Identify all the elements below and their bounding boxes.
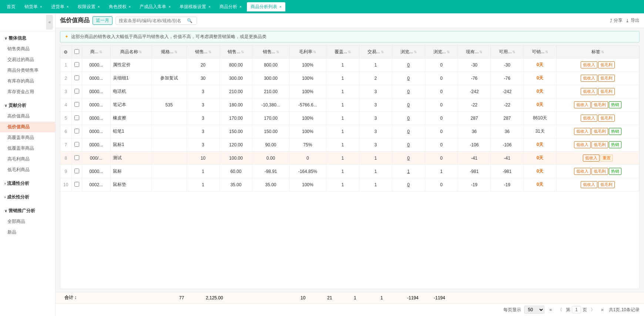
- row-checkbox[interactable]: [74, 155, 79, 160]
- col-checkbox[interactable]: [71, 46, 82, 58]
- row-checkbox-cell[interactable]: [71, 165, 82, 178]
- view1-value[interactable]: 0: [407, 116, 410, 121]
- nav-template[interactable]: 单据模板设置×: [176, 2, 214, 11]
- row-view1[interactable]: 0: [392, 152, 425, 165]
- per-page-select[interactable]: 50 100 200: [524, 306, 544, 314]
- nav-purchase-close[interactable]: ×: [67, 5, 69, 9]
- row-checkbox-cell[interactable]: [71, 138, 82, 152]
- nav-role[interactable]: 角色授权×: [105, 2, 135, 11]
- row-view1[interactable]: 0: [392, 85, 425, 98]
- nav-role-close[interactable]: ×: [129, 5, 131, 9]
- sidebar-item-high-value[interactable]: 高价值商品: [0, 111, 55, 122]
- row-checkbox-cell[interactable]: [71, 112, 82, 125]
- row-checkbox[interactable]: [74, 102, 79, 107]
- row-checkbox[interactable]: [74, 75, 79, 80]
- view1-value[interactable]: 1: [407, 169, 410, 174]
- current-page[interactable]: 1: [572, 306, 581, 313]
- row-view1[interactable]: 0: [392, 98, 425, 112]
- col-settings[interactable]: ⚙: [60, 46, 71, 58]
- row-checkbox-cell[interactable]: [71, 72, 82, 85]
- next-page-btn[interactable]: 〉: [588, 306, 597, 314]
- nav-purchase[interactable]: 进货单×: [47, 2, 73, 11]
- col-sales-profit[interactable]: 销售...⇅: [252, 46, 289, 58]
- row-checkbox[interactable]: [74, 115, 79, 120]
- sidebar-item-high-margin[interactable]: 高毛利商品: [0, 154, 55, 164]
- row-view1[interactable]: 0: [392, 112, 425, 125]
- row-checkbox[interactable]: [74, 142, 79, 147]
- sidebar-item-low-value[interactable]: 低价值商品: [0, 122, 55, 132]
- sidebar-group-marketing[interactable]: ∨ 营销推广分析: [0, 205, 55, 216]
- col-coverage[interactable]: 覆盖...⇅: [326, 46, 359, 58]
- nav-sales-close[interactable]: ×: [40, 5, 42, 9]
- col-view1[interactable]: 浏览...⇅: [392, 46, 425, 58]
- share-btn[interactable]: ⤴ 分享: [610, 17, 623, 24]
- view1-value[interactable]: 0: [407, 76, 410, 81]
- sidebar-group-overview[interactable]: ∨ 整体信息: [0, 33, 55, 44]
- nav-product[interactable]: 产成品入库单×: [136, 2, 174, 11]
- sidebar-item-new-goods[interactable]: 新品: [0, 227, 55, 238]
- first-page-btn[interactable]: «: [547, 306, 554, 313]
- col-code[interactable]: 商...⇅: [82, 46, 110, 58]
- row-checkbox-cell[interactable]: [71, 152, 82, 165]
- row-checkbox-cell[interactable]: [71, 178, 82, 191]
- search-icon[interactable]: 🔍: [187, 18, 192, 23]
- col-available[interactable]: 可用...⇅: [491, 46, 524, 58]
- sidebar-group-flow[interactable]: › 流通性分析: [0, 178, 55, 189]
- view1-value[interactable]: 0: [407, 182, 410, 187]
- view1-value[interactable]: 0: [407, 142, 410, 147]
- sidebar-item-low-margin[interactable]: 低毛利商品: [0, 164, 55, 175]
- row-checkbox[interactable]: [74, 182, 79, 187]
- row-view1[interactable]: 0: [392, 58, 425, 72]
- row-checkbox[interactable]: [74, 169, 79, 173]
- search-input[interactable]: [119, 18, 185, 23]
- view1-value[interactable]: 0: [407, 156, 410, 161]
- sidebar-item-category-sales[interactable]: 商品分类销售率: [0, 65, 55, 76]
- nav-permission-close[interactable]: ×: [98, 5, 100, 9]
- sidebar-item-all-goods[interactable]: 全部商品: [0, 216, 55, 227]
- nav-goods-list[interactable]: 商品分析列表×: [247, 2, 285, 11]
- nav-product-close[interactable]: ×: [168, 5, 171, 9]
- view1-value[interactable]: 0: [407, 89, 410, 94]
- sidebar-item-low-coverage[interactable]: 低覆盖率商品: [0, 143, 55, 154]
- row-view1[interactable]: 0: [392, 178, 425, 191]
- prev-page-btn[interactable]: 〈: [556, 306, 564, 314]
- col-tags[interactable]: 标签⇅: [557, 46, 639, 58]
- col-name[interactable]: 商品名称⇅: [110, 46, 151, 58]
- view1-value[interactable]: 0: [407, 102, 410, 108]
- row-view1[interactable]: 0: [392, 125, 425, 138]
- view1-value[interactable]: 0: [407, 62, 410, 68]
- nav-goods-analysis-close[interactable]: ×: [239, 5, 242, 9]
- nav-goods-list-close[interactable]: ×: [279, 5, 282, 9]
- row-view1[interactable]: 0: [392, 138, 425, 152]
- row-checkbox-cell[interactable]: [71, 125, 82, 138]
- filter-recent-month-btn[interactable]: 近一月: [93, 16, 113, 25]
- sidebar-group-contribution[interactable]: ∨ 贡献分析: [0, 100, 55, 111]
- col-sales-qty[interactable]: 销售...⇅: [187, 46, 219, 58]
- col-spec[interactable]: 规格...⇅: [151, 46, 187, 58]
- view1-value[interactable]: 0: [407, 129, 410, 134]
- col-margin[interactable]: 毛利率⇅: [289, 46, 326, 58]
- nav-template-close[interactable]: ×: [208, 5, 211, 9]
- sidebar-group-growth[interactable]: › 成长性分析: [0, 192, 55, 203]
- row-checkbox[interactable]: [74, 129, 79, 133]
- col-trade[interactable]: 交易...⇅: [359, 46, 392, 58]
- col-sellable[interactable]: 可销...⇅: [524, 46, 557, 58]
- nav-sales[interactable]: 销货单×: [21, 2, 46, 11]
- row-checkbox[interactable]: [74, 89, 79, 94]
- col-sales-amount[interactable]: 销售...⇅: [219, 46, 252, 58]
- sidebar-item-high-coverage[interactable]: 高覆盖率商品: [0, 132, 55, 143]
- sidebar-item-stock-fund[interactable]: 库存资金占用: [0, 86, 55, 97]
- sidebar-collapse-btn[interactable]: «: [46, 15, 53, 30]
- row-checkbox-cell[interactable]: [71, 58, 82, 72]
- row-checkbox-cell[interactable]: [71, 85, 82, 98]
- row-checkbox[interactable]: [74, 62, 79, 67]
- nav-home[interactable]: 首页: [3, 2, 19, 11]
- row-checkbox-cell[interactable]: [71, 98, 82, 112]
- nav-goods-analysis[interactable]: 商品分析×: [216, 2, 245, 11]
- col-current[interactable]: 现有...⇅: [458, 46, 491, 58]
- row-view1[interactable]: 1: [392, 165, 425, 178]
- sidebar-item-traded-goods[interactable]: 交易过的商品: [0, 54, 55, 65]
- export-btn[interactable]: ⤓ 导出: [625, 17, 640, 24]
- sidebar-item-sales-goods[interactable]: 销售类商品: [0, 44, 55, 54]
- row-view1[interactable]: 0: [392, 72, 425, 85]
